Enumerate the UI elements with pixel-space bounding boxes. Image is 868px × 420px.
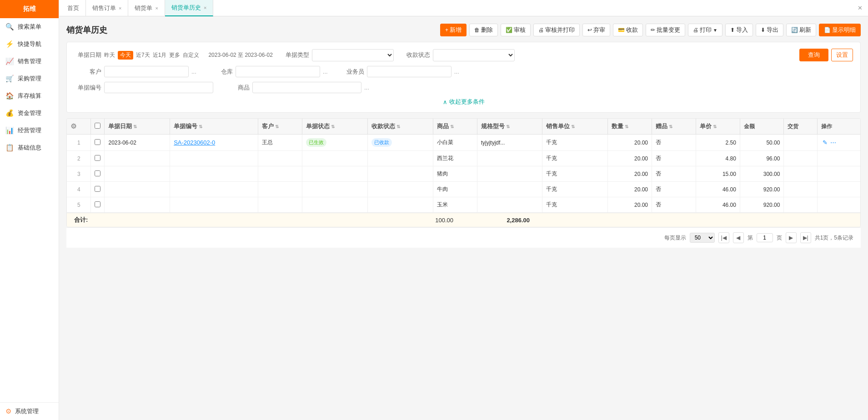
th-spec[interactable]: 规格型号⇅: [477, 119, 542, 135]
row-price-4: 46.00: [696, 197, 740, 213]
filter-row-1: 单据日期 昨天 今天 近7天 近1月 更多 自定义 2023-06-02 至 2…: [74, 49, 853, 61]
refresh-button[interactable]: 🔄 刷新: [786, 24, 816, 36]
per-page-select[interactable]: 50 100 200: [690, 233, 715, 243]
staff-label: 业务员: [337, 68, 364, 76]
settings-button[interactable]: 设置: [831, 49, 853, 61]
th-doc-date[interactable]: 单据日期⇅: [105, 119, 170, 135]
filter-panel: 单据日期 昨天 今天 近7天 近1月 更多 自定义 2023-06-02 至 2…: [66, 42, 861, 113]
shortcut-7days[interactable]: 近7天: [136, 51, 150, 59]
doc-type-select[interactable]: [312, 49, 394, 61]
collect-status-select[interactable]: [433, 49, 515, 61]
warehouse-dots[interactable]: ...: [323, 68, 328, 75]
delete-button[interactable]: 🗑 删除: [469, 24, 498, 36]
customer-input[interactable]: [104, 66, 189, 77]
batch-change-button[interactable]: ✏ 批量变更: [646, 24, 685, 36]
doc-no-input[interactable]: [104, 82, 213, 93]
print-button[interactable]: 🖨 打印 ▼: [688, 24, 722, 36]
row-check-2[interactable]: [95, 170, 100, 176]
import-button[interactable]: ⬆ 导入: [725, 24, 753, 36]
sidebar-item-sales-mgmt[interactable]: 📈 销售管理: [0, 53, 59, 70]
filter-doc-no: 单据编号: [74, 82, 213, 93]
th-action: 操作: [818, 119, 860, 135]
collect-button[interactable]: 💳 收款: [613, 24, 643, 36]
shortcut-today[interactable]: 今天: [118, 51, 133, 60]
sidebar-item-sys-mgmt[interactable]: ⚙ 系统管理: [0, 403, 59, 420]
staff-dots[interactable]: ...: [454, 68, 459, 75]
goods-input[interactable]: [252, 82, 361, 93]
prev-page-button[interactable]: ◀: [733, 232, 744, 243]
shortcut-1month[interactable]: 近1月: [153, 51, 167, 59]
tab-close-sales-order[interactable]: ×: [119, 5, 121, 11]
audit-button[interactable]: ✅ 审核: [501, 24, 531, 36]
page-number-input[interactable]: [757, 233, 773, 242]
tab-close-sales-history[interactable]: ×: [204, 5, 206, 10]
row-action-2: [818, 166, 860, 182]
next-page-button[interactable]: ▶: [786, 232, 797, 243]
row-spec-2: [477, 166, 542, 182]
th-gift[interactable]: 赠品⇅: [652, 119, 696, 135]
sidebar: 拓维 🔍 搜索菜单 ⚡ 快捷导航 📈 销售管理 🛒 采购管理 🏠 库存核算 💰 …: [0, 0, 59, 420]
edit-icon-0[interactable]: ✎: [823, 139, 828, 146]
th-collect-status[interactable]: 收款状态⇅: [367, 119, 433, 135]
settings-gear-icon[interactable]: ⚙: [70, 122, 76, 130]
filter-warehouse: 仓库 ...: [206, 66, 328, 77]
first-page-button[interactable]: |◀: [718, 232, 729, 243]
row-qty-0: 20.00: [608, 135, 652, 151]
customer-dots[interactable]: ...: [191, 68, 196, 75]
delete-icon: 🗑: [474, 27, 480, 33]
shortcut-custom[interactable]: 自定义: [183, 51, 199, 59]
total-label: 合计:: [70, 216, 161, 224]
export-button[interactable]: ⬇ 导出: [756, 24, 783, 36]
new-button[interactable]: + 新增: [440, 24, 467, 36]
row-checkbox-2[interactable]: [91, 166, 105, 182]
th-goods[interactable]: 商品⇅: [433, 119, 477, 135]
show-detail-button[interactable]: 📄 显示明细: [819, 24, 861, 36]
row-check-3[interactable]: [95, 186, 100, 192]
warehouse-input[interactable]: [236, 66, 320, 77]
last-page-button[interactable]: ▶|: [800, 232, 811, 243]
tab-close-sales-delivery[interactable]: ×: [155, 5, 158, 11]
row-transaction-4: [784, 197, 818, 213]
row-transaction-2: [784, 166, 818, 182]
sidebar-item-inventory[interactable]: 🏠 库存核算: [0, 87, 59, 105]
tab-home[interactable]: 首页: [61, 0, 86, 16]
tab-sales-history[interactable]: 销货单历史 ×: [165, 0, 213, 16]
filter-doc-type: 单据类型: [282, 49, 394, 61]
shortcut-more[interactable]: 更多: [169, 51, 180, 59]
collapse-button[interactable]: ∧ 收起更多条件: [74, 98, 853, 106]
toolbar: + 新增 🗑 删除 ✅ 审核 🖨 审核并打印 ↩ 弃审: [440, 24, 861, 36]
th-doc-no[interactable]: 单据编号⇅: [170, 119, 258, 135]
row-checkbox-4[interactable]: [91, 197, 105, 213]
query-button[interactable]: 查询: [799, 49, 828, 61]
sidebar-item-quick-nav[interactable]: ⚡ 快捷导航: [0, 35, 59, 53]
row-check-4[interactable]: [95, 201, 100, 207]
row-doc-no-0[interactable]: SA-20230602-0: [170, 135, 258, 151]
tab-sales-order[interactable]: 销售订单 ×: [86, 0, 128, 16]
abandon-button[interactable]: ↩ 弃审: [582, 24, 610, 36]
staff-input[interactable]: [367, 66, 452, 77]
th-settings[interactable]: ⚙: [67, 119, 91, 135]
shortcut-yesterday[interactable]: 昨天: [104, 51, 115, 59]
th-customer[interactable]: 客户⇅: [258, 119, 302, 135]
sidebar-item-operations[interactable]: 📊 经营管理: [0, 122, 59, 139]
select-all-checkbox[interactable]: [95, 123, 100, 129]
row-checkbox-3[interactable]: [91, 182, 105, 197]
sidebar-item-basic-info[interactable]: 📋 基础信息: [0, 139, 59, 156]
th-unit[interactable]: 销售单位⇅: [542, 119, 608, 135]
row-checkbox-1[interactable]: [91, 151, 105, 166]
audit-print-button[interactable]: 🖨 审核并打印: [533, 24, 580, 36]
row-check-1[interactable]: [95, 155, 100, 161]
row-check-0[interactable]: [95, 139, 100, 145]
sidebar-item-purchase-mgmt[interactable]: 🛒 采购管理: [0, 70, 59, 87]
more-icon-0[interactable]: ⋯: [830, 139, 836, 146]
close-all-icon[interactable]: ✕: [858, 5, 863, 11]
th-price[interactable]: 单价⇅: [696, 119, 740, 135]
doc-no-link-0[interactable]: SA-20230602-0: [174, 139, 215, 146]
th-doc-status[interactable]: 单据状态⇅: [302, 119, 368, 135]
th-qty[interactable]: 数量⇅: [608, 119, 652, 135]
goods-dots[interactable]: ...: [364, 84, 369, 91]
sidebar-item-finance[interactable]: 💰 资金管理: [0, 105, 59, 122]
row-checkbox-0[interactable]: [91, 135, 105, 151]
tab-sales-delivery[interactable]: 销货单 ×: [128, 0, 165, 16]
sidebar-item-search-menu[interactable]: 🔍 搜索菜单: [0, 18, 59, 35]
